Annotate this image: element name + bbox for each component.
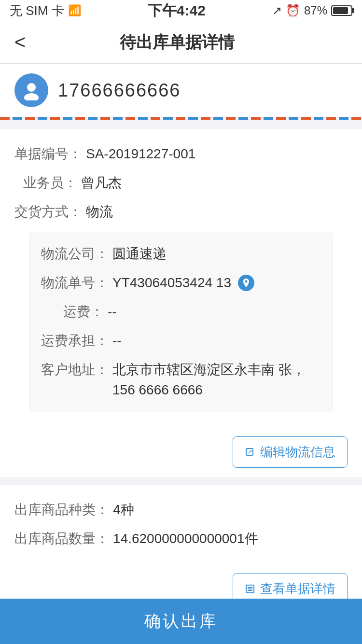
logistics-company-row: 物流公司： 圆通速递 (41, 244, 321, 264)
salesman-row: 业务员： 曾凡杰 (14, 173, 348, 193)
logistics-company-value: 圆通速递 (112, 244, 321, 264)
freight-bearer-row: 运费承担： -- (41, 331, 321, 351)
status-right: ↗ ⏰ 87% (272, 4, 352, 17)
status-time: 下午4:42 (148, 1, 206, 21)
location-status-icon: ↗ (272, 4, 282, 17)
address-label: 客户地址： (41, 360, 109, 380)
dashed-divider (0, 117, 362, 120)
page-title: 待出库单据详情 (35, 31, 319, 54)
order-no-row: 单据编号： SA-20191227-001 (14, 144, 348, 164)
edit-icon (245, 447, 255, 458)
freight-value: -- (108, 302, 321, 322)
product-types-label: 出库商品种类： (14, 500, 109, 520)
list-icon (245, 584, 255, 594)
status-bar: 无 SIM 卡 📶 下午4:42 ↗ ⏰ 87% (0, 0, 362, 21)
wifi-icon: 📶 (68, 4, 81, 17)
battery-percent: 87% (304, 4, 327, 17)
product-types-value: 4种 (113, 500, 348, 520)
freight-label: 运费： (41, 302, 104, 322)
delivery-label: 交货方式： (14, 202, 82, 222)
tracking-no-value: YT43064053424 13 (112, 273, 321, 293)
product-section: 出库商品种类： 4种 出库商品数量： 14.620000000000001件 (0, 485, 362, 563)
product-quantity-row: 出库商品数量： 14.620000000000001件 (14, 529, 348, 549)
back-button[interactable]: < (14, 31, 35, 53)
logistics-company-label: 物流公司： (41, 244, 109, 264)
product-quantity-label: 出库商品数量： (14, 529, 109, 549)
edit-button-label: 编辑物流信息 (260, 444, 335, 461)
confirm-button-label: 确认出库 (144, 612, 218, 630)
user-header: 17666666666 (0, 64, 362, 117)
nav-bar: < 待出库单据详情 (0, 21, 362, 64)
salesman-value: 曾凡杰 (81, 173, 348, 193)
svg-point-0 (27, 83, 36, 92)
avatar-icon (21, 80, 42, 100)
edit-button-row: 编辑物流信息 (0, 427, 362, 477)
svg-point-1 (24, 93, 39, 100)
sim-label: 无 SIM 卡 (10, 2, 64, 19)
view-detail-label: 查看单据详情 (260, 580, 335, 597)
tracking-no-label: 物流单号： (41, 273, 109, 293)
product-types-row: 出库商品种类： 4种 (14, 500, 348, 520)
order-no-value: SA-20191227-001 (86, 144, 348, 164)
freight-bearer-value: -- (112, 331, 321, 351)
location-icon[interactable] (238, 275, 254, 291)
avatar (14, 73, 48, 107)
address-value: 北京市市辖区海淀区永丰南 张，156 6666 6666 (112, 360, 321, 400)
status-left: 无 SIM 卡 📶 (10, 2, 81, 19)
order-info-section: 单据编号： SA-20191227-001 业务员： 曾凡杰 交货方式： 物流 … (0, 129, 362, 427)
alarm-icon: ⏰ (286, 4, 300, 17)
section-divider-1 (0, 477, 362, 485)
order-no-label: 单据编号： (14, 144, 82, 164)
product-quantity-value: 14.620000000000001件 (113, 529, 348, 549)
delivery-row: 交货方式： 物流 (14, 202, 348, 222)
logistics-card: 物流公司： 圆通速递 物流单号： YT43064053424 13 运费： --… (29, 232, 333, 412)
user-phone: 17666666666 (58, 80, 181, 101)
freight-bearer-label: 运费承担： (41, 331, 109, 351)
tracking-no-row: 物流单号： YT43064053424 13 (41, 273, 321, 293)
delivery-value: 物流 (86, 202, 348, 222)
edit-logistics-button[interactable]: 编辑物流信息 (233, 436, 348, 468)
confirm-button[interactable]: 确认出库 (0, 599, 362, 644)
battery-icon (331, 5, 352, 16)
salesman-label: 业务员： (14, 173, 77, 193)
freight-row: 运费： -- (41, 302, 321, 322)
address-row: 客户地址： 北京市市辖区海淀区永丰南 张，156 6666 6666 (41, 360, 321, 400)
